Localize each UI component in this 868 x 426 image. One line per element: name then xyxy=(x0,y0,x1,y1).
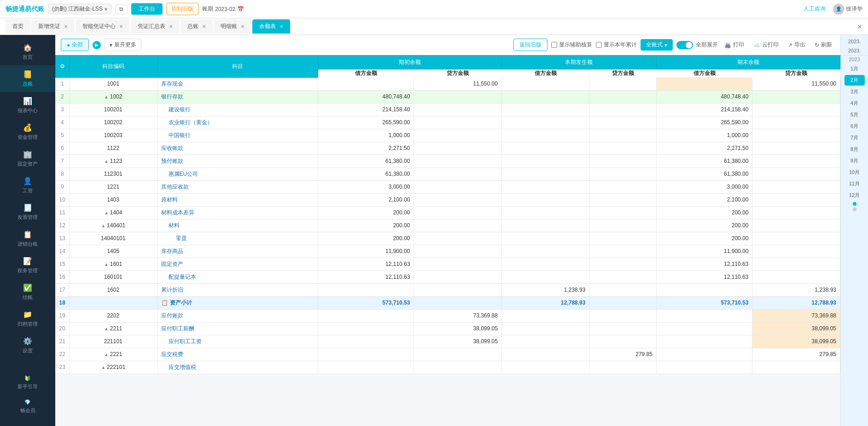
toggle-control[interactable] xyxy=(676,41,693,49)
row-name[interactable]: 配提量记本 xyxy=(157,271,318,283)
month-6[interactable]: 6月 xyxy=(845,121,865,132)
row-name[interactable]: 原材料 xyxy=(157,193,318,206)
row-name[interactable]: 累计折旧 xyxy=(157,283,318,296)
month-11[interactable]: 11月 xyxy=(845,178,865,189)
sidebar-item-home[interactable]: 🏠 首页 xyxy=(0,39,55,65)
start-credit xyxy=(414,193,502,206)
export-button[interactable]: ↗ 导出 xyxy=(785,39,808,51)
tab-home[interactable]: 首页 xyxy=(6,19,30,34)
right-dot-inactive[interactable] xyxy=(853,207,856,211)
consult-link[interactable]: 人工咨询 xyxy=(804,5,826,13)
row-code: ▲ 222101 xyxy=(70,361,157,374)
right-panel-year-prev2: 2023. xyxy=(847,46,862,55)
month-10[interactable]: 10月 xyxy=(845,167,865,178)
sidebar-item-archive[interactable]: 📁 归档管理 xyxy=(0,305,55,332)
cloud-print-button[interactable]: ☁️ 云打印 xyxy=(751,39,781,51)
end-debit xyxy=(656,283,752,296)
right-dot-active[interactable] xyxy=(853,202,856,206)
auxiliary-checkbox-input[interactable] xyxy=(551,42,557,48)
expand-all-toggle[interactable]: 全部展开 xyxy=(676,41,718,49)
row-name[interactable]: 中国银行 xyxy=(157,129,318,142)
sidebar-item-settle[interactable]: ✅ 结账 xyxy=(0,279,55,305)
tab-detail-close[interactable]: ✕ xyxy=(241,24,245,29)
refresh-button[interactable]: ↻ 刷新 xyxy=(812,39,835,51)
sidebar-item-member[interactable]: 💎 畅会员 xyxy=(14,395,41,419)
sidebar-item-report[interactable]: 📊 报表中心 xyxy=(0,92,55,119)
tab-detail[interactable]: 明细账 ✕ xyxy=(214,19,251,34)
tab-ledger-close[interactable]: ✕ xyxy=(202,24,206,29)
copy-button[interactable]: ⧉ xyxy=(115,5,128,14)
switch-version-button[interactable]: 切到旧版 xyxy=(166,3,198,15)
period-value: 2023-02 xyxy=(215,6,235,12)
end-debit: 1,000.00 xyxy=(656,129,752,142)
sidebar-report-label: 报表中心 xyxy=(17,107,38,114)
row-name[interactable]: 库存商品 xyxy=(157,245,318,258)
row-name[interactable]: 零蛋 xyxy=(157,232,318,245)
show-auxiliary-checkbox[interactable]: 显示辅助核算 xyxy=(551,41,592,49)
row-name[interactable]: 库存现金 xyxy=(157,77,318,90)
month-5[interactable]: 5月 xyxy=(845,109,865,120)
sidebar-item-guide[interactable]: 🔰 新手引导 xyxy=(14,371,41,395)
tab-voucher-summary[interactable]: 凭证汇总表 ✕ xyxy=(131,19,180,34)
tab-balance[interactable]: 余额表 ✕ xyxy=(252,19,290,34)
row-name[interactable]: 应付职工工资 xyxy=(157,335,318,348)
month-2[interactable]: 2月 xyxy=(845,75,865,86)
month-1[interactable]: 1月 xyxy=(845,63,865,74)
row-name[interactable]: 建设银行 xyxy=(157,103,318,116)
row-name[interactable]: 应付职工薪酬 xyxy=(157,322,318,335)
row-name[interactable]: 📋资产小计 xyxy=(157,296,318,309)
print-button[interactable]: 🖨️ 打印 xyxy=(722,39,747,51)
header-settings-col[interactable]: ⚙ xyxy=(56,56,70,78)
expand-button[interactable]: ▾ 展开更多 xyxy=(105,39,141,51)
month-12[interactable]: 12月 xyxy=(845,190,865,201)
tab-balance-label: 余额表 xyxy=(259,23,276,30)
month-8[interactable]: 8月 xyxy=(845,144,865,155)
start-credit xyxy=(414,167,502,180)
row-name[interactable]: 材料 xyxy=(157,219,318,232)
tab-add-voucher[interactable]: 新增凭证 ✕ xyxy=(31,19,75,34)
tab-ledger[interactable]: 总账 ✕ xyxy=(181,19,213,34)
row-name[interactable]: 材料成本差异 xyxy=(157,206,318,219)
company-selector[interactable]: (勿删) 江西融金-LSS ▾ xyxy=(48,4,111,14)
workbench-button[interactable]: 工作台 xyxy=(131,3,163,15)
start-debit: 2,271.50 xyxy=(318,142,414,155)
sidebar-item-ledger[interactable]: 📒 总账 xyxy=(0,65,55,92)
full-mode-button[interactable]: 全账式 ▾ xyxy=(641,39,673,51)
row-name[interactable]: 应收账款 xyxy=(157,142,318,155)
tab-voucher-summary-close[interactable]: ✕ xyxy=(169,24,173,29)
row-name[interactable]: 农业银行（黄金） xyxy=(157,116,318,129)
row-name[interactable]: 银行存款 xyxy=(157,90,318,103)
sidebar-item-salary[interactable]: 👤 工资 xyxy=(0,172,55,199)
filter-arrow-button[interactable]: ▶ xyxy=(93,41,101,49)
tab-balance-close[interactable]: ✕ xyxy=(280,24,283,29)
month-3[interactable]: 3月 xyxy=(845,86,865,97)
row-name[interactable]: 应交增值税 xyxy=(157,361,318,374)
curr-credit xyxy=(589,142,656,155)
row-name[interactable]: 惠属EU公司 xyxy=(157,167,318,180)
sidebar-item-tax[interactable]: 📝 税务管理 xyxy=(0,252,55,279)
row-name[interactable]: 固定资产 xyxy=(157,258,318,271)
ytd-checkbox-input[interactable] xyxy=(596,42,602,48)
row-name[interactable]: 预付账款 xyxy=(157,155,318,167)
sidebar-item-invoice[interactable]: 🧾 发票管理 xyxy=(0,199,55,225)
month-9[interactable]: 9月 xyxy=(845,155,865,166)
return-old-button[interactable]: 返回旧版 xyxy=(513,39,548,51)
row-name[interactable]: 其他应收款 xyxy=(157,180,318,193)
month-4[interactable]: 4月 xyxy=(845,98,865,109)
row-number: 2 xyxy=(56,90,70,103)
sidebar-item-capital[interactable]: 💰 资金管理 xyxy=(0,119,55,145)
sidebar-item-settings[interactable]: ⚙️ 设置 xyxy=(0,332,55,359)
row-name[interactable]: 应付账款 xyxy=(157,309,318,322)
filter-button[interactable]: ● 全部 xyxy=(61,39,89,51)
tab-smart-voucher-close[interactable]: ✕ xyxy=(119,24,123,29)
month-7[interactable]: 7月 xyxy=(845,132,865,143)
close-all-tabs-icon[interactable]: ✕ xyxy=(857,23,862,30)
row-name[interactable]: 应交税费 xyxy=(157,348,318,361)
sidebar-item-asset[interactable]: 🏢 固定资产 xyxy=(0,145,55,172)
tab-add-voucher-close[interactable]: ✕ xyxy=(64,24,68,29)
curr-credit xyxy=(589,258,656,271)
tab-smart-voucher[interactable]: 智能凭证中心 ✕ xyxy=(76,19,130,34)
show-ytd-checkbox[interactable]: 显示本年累计 xyxy=(596,41,637,49)
sidebar-home-label: 首页 xyxy=(23,54,33,61)
sidebar-item-sales[interactable]: 📋 进销台账 xyxy=(0,225,55,252)
